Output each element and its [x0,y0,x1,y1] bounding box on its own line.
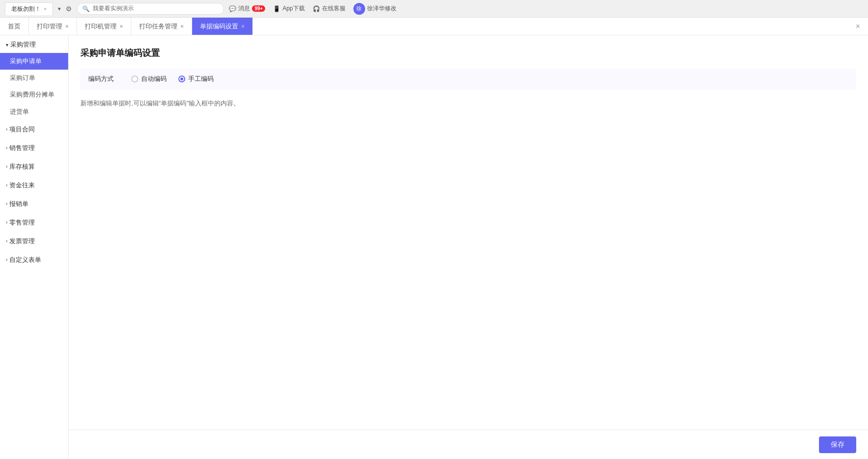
app-download-item[interactable]: 📱 App下载 [273,4,304,13]
tab-home-label: 首页 [8,22,21,31]
message-label: 消息 [238,4,250,13]
message-badge: 99+ [252,5,265,12]
sidebar-item-purchase-order-label: 采购订单 [10,74,35,81]
auto-code-option[interactable]: 自动编码 [131,75,167,83]
chevron-right-icon: › [6,164,7,169]
sidebar-group-custom-form-label: 自定义表单 [9,255,41,264]
tab-printer-management[interactable]: 打印机管理 × [77,18,131,35]
search-text: 我要看实例演示 [93,4,134,13]
main-layout: ▾ 采购管理 采购申请单 采购订单 采购费用分摊单 进货单 › 项目合同 › 销… [0,35,868,459]
chevron-right-icon: › [6,127,7,132]
sidebar-group-purchase[interactable]: ▾ 采购管理 [0,35,68,53]
chevron-right-icon: › [6,220,7,225]
content-area: 采购申请单编码设置 编码方式 自动编码 手工编码 新增和编辑单据时,可以编辑"单… [69,35,868,459]
sidebar-group-expense-label: 报销单 [9,200,28,208]
bottom-bar: 保存 [69,430,868,459]
message-icon: 💬 [229,5,236,12]
chevron-right-icon: › [6,238,7,244]
browser-bar: 老板勿割！ × ▾ ⚙ 🔍 我要看实例演示 💬 消息 99+ 📱 App下载 🎧… [0,0,868,18]
content-inner: 采购申请单编码设置 编码方式 自动编码 手工编码 新增和编辑单据时,可以编辑"单… [69,35,868,430]
sidebar-group-invoice[interactable]: › 发票管理 [0,232,68,251]
sidebar-group-retail[interactable]: › 零售管理 [0,213,68,232]
tab-printer-management-label: 打印机管理 [85,22,117,31]
sidebar-item-purchase-fee[interactable]: 采购费用分摊单 [0,86,68,103]
chevron-right-icon: › [6,201,7,206]
sidebar-group-expense[interactable]: › 报销单 [0,195,68,213]
sidebar-group-purchase-label: 采购管理 [10,40,36,49]
app-download-icon: 📱 [273,5,280,12]
sidebar-group-retail-label: 零售管理 [9,218,35,227]
sidebar-item-stock-in[interactable]: 进货单 [0,103,68,120]
avatar: 徐 [353,3,365,15]
app-download-label: App下载 [282,4,304,13]
coding-method-label: 编码方式 [88,75,114,83]
settings-icon[interactable]: ⚙ [66,5,72,13]
tab-printer-management-close[interactable]: × [120,23,123,30]
auto-code-radio[interactable] [131,76,138,82]
coding-method-row: 编码方式 自动编码 手工编码 [80,69,856,89]
tab-single-code-setting-close[interactable]: × [241,23,245,30]
sidebar-item-purchase-request-label: 采购申请单 [10,57,42,65]
user-name: 徐泽华修改 [367,4,397,13]
headset-icon: 🎧 [313,5,320,12]
sidebar-group-invoice-label: 发票管理 [9,237,35,246]
manual-code-label: 手工编码 [188,75,214,83]
sidebar-group-sales-label: 销售管理 [9,144,35,153]
header-right: 💬 消息 99+ 📱 App下载 🎧 在线客服 徐 徐泽华修改 [229,3,396,15]
tab-print-management-label: 打印管理 [37,22,62,31]
sidebar-item-stock-in-label: 进货单 [10,108,29,115]
sidebar-group-inventory-label: 库存核算 [9,162,35,171]
avatar-initial: 徐 [356,5,362,12]
manual-code-option[interactable]: 手工编码 [178,75,214,83]
top-nav-right: × [856,18,868,35]
sidebar-item-purchase-request[interactable]: 采购申请单 [0,53,68,70]
tab-print-management-close[interactable]: × [65,23,69,30]
sidebar-item-purchase-order[interactable]: 采购订单 [0,70,68,86]
tab-single-code-setting[interactable]: 单据编码设置 × [192,18,253,35]
chevron-right-icon: › [6,257,7,262]
sidebar-group-capital-label: 资金往来 [9,181,35,190]
chevron-down-icon[interactable]: ▾ [58,5,61,12]
tab-print-management[interactable]: 打印管理 × [29,18,77,35]
window-close-icon[interactable]: × [856,22,860,31]
chevron-right-icon: › [6,145,7,151]
sidebar: ▾ 采购管理 采购申请单 采购订单 采购费用分摊单 进货单 › 项目合同 › 销… [0,35,69,459]
sidebar-group-capital[interactable]: › 资金往来 [0,176,68,195]
browser-tab[interactable]: 老板勿割！ × [5,2,53,15]
tab-print-task-close[interactable]: × [180,23,184,30]
user-item[interactable]: 徐 徐泽华修改 [353,3,397,15]
online-service-item[interactable]: 🎧 在线客服 [313,4,346,13]
page-title: 采购申请单编码设置 [80,47,856,59]
browser-search-bar[interactable]: 🔍 我要看实例演示 [77,3,224,15]
online-service-label: 在线客服 [322,4,346,13]
sidebar-group-project[interactable]: › 项目合同 [0,120,68,139]
top-nav: 首页 打印管理 × 打印机管理 × 打印任务管理 × 单据编码设置 × × [0,18,868,35]
sidebar-group-project-label: 项目合同 [9,125,35,134]
sidebar-group-sales[interactable]: › 销售管理 [0,139,68,157]
tab-print-task-label: 打印任务管理 [139,22,177,31]
auto-code-label: 自动编码 [141,75,167,83]
sidebar-group-inventory[interactable]: › 库存核算 [0,157,68,176]
save-button[interactable]: 保存 [819,436,856,453]
chevron-down-icon: ▾ [6,42,8,48]
search-icon: 🔍 [82,5,90,12]
browser-tab-close[interactable]: × [44,6,47,12]
tab-home[interactable]: 首页 [0,18,29,35]
chevron-right-icon: › [6,182,7,188]
message-item[interactable]: 💬 消息 99+ [229,4,265,13]
sidebar-group-custom-form[interactable]: › 自定义表单 [0,251,68,269]
description-text: 新增和编辑单据时,可以编辑"单据编码"输入框中的内容。 [80,99,856,108]
browser-tab-text: 老板勿割！ [11,5,41,13]
manual-code-radio[interactable] [178,76,185,82]
sidebar-item-purchase-fee-label: 采购费用分摊单 [10,91,54,98]
tab-single-code-setting-label: 单据编码设置 [200,22,238,31]
tab-print-task[interactable]: 打印任务管理 × [131,18,192,35]
